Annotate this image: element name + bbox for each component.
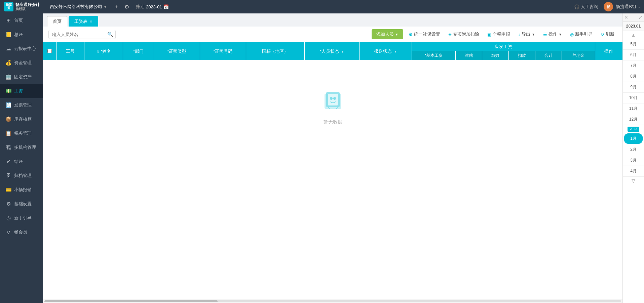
sidebar-item-invoice[interactable]: 🧾 发票管理 (0, 98, 43, 112)
salary-table: 工号 ⇅ *姓名 *部门 *证照类型 *证照号码 国籍（地区） *人员状态 ▼ (43, 42, 622, 152)
sidebar-item-tax[interactable]: 📋 税务管理 (0, 126, 43, 140)
tab-close-salary-table[interactable]: ✕ (89, 19, 92, 24)
multi-icon: 🏗 (5, 145, 11, 150)
sidebar-item-expense[interactable]: 💳 小畅报销 (0, 183, 43, 197)
tax-btn[interactable]: ▣ 个税申报 (485, 30, 513, 39)
month-prev-6月[interactable]: 6月 (623, 50, 644, 60)
user-area[interactable]: 畅 畅捷通B组... (604, 2, 640, 11)
company-dropdown-icon[interactable]: ▼ (104, 5, 107, 9)
social-icon: ⚙ (409, 32, 413, 37)
filter-status-icon[interactable]: ▼ (341, 50, 344, 53)
sidebar-item-settings[interactable]: ⚙ 基础设置 (0, 197, 43, 211)
home-icon: ⊞ (5, 17, 11, 24)
svg-rect-2 (328, 94, 338, 105)
report-icon: ☁ (5, 46, 11, 52)
scroll-track[interactable] (44, 300, 621, 302)
table-wrapper: 工号 ⇅ *姓名 *部门 *证照类型 *证照号码 国籍（地区） *人员状态 ▼ (43, 42, 622, 299)
deduction-btn[interactable]: ◈ 专项附加扣除 (446, 30, 482, 39)
filter-report-icon[interactable]: ▼ (394, 50, 397, 53)
sidebar-label-guide: 新手引导 (14, 215, 32, 221)
sidebar-item-home[interactable]: ⊞ 首页 (0, 13, 43, 28)
calendar-icon[interactable]: 📅 (163, 4, 169, 9)
sidebar-label-home: 首页 (14, 17, 23, 24)
top-header: 畅应通 畅应通好会计 旗舰版 西安虾米网络科技有限公司 ▼ ＋ ⚙ 账期 202… (0, 0, 644, 13)
scroll-bar-area (43, 299, 622, 303)
month-current-1月[interactable]: 1月 (624, 133, 643, 144)
add-company-btn[interactable]: ＋ (112, 3, 120, 11)
svg-point-3 (330, 97, 333, 100)
sidebar-item-report[interactable]: ☁ 云报表中心 (0, 42, 43, 56)
th-pension: 养老金 (562, 51, 595, 60)
panel-down-arrow[interactable]: ▽ (623, 177, 644, 185)
th-checkbox[interactable] (43, 42, 56, 60)
service-button[interactable]: 🎧 人工咨询 (574, 4, 598, 10)
sidebar-item-ledger[interactable]: 📒 总账 (0, 28, 43, 42)
month-prev-5月[interactable]: 5月 (623, 39, 644, 50)
tab-home[interactable]: 首页 (47, 16, 67, 27)
guide-icon: ◎ (570, 32, 574, 37)
settings-btn[interactable]: ⚙ (123, 3, 130, 11)
month-prev-9月[interactable]: 9月 (623, 82, 644, 93)
operation-btn[interactable]: ☰ 操作 ▼ (540, 30, 565, 39)
sidebar-label-expense: 小畅报销 (14, 187, 32, 193)
social-security-btn[interactable]: ⚙ 统一社保设置 (406, 30, 443, 39)
toolbar: 🔍 添加人员 ▼ ⚙ 统一社保设置 ◈ 专项附加扣除 ▣ 个税申报 (43, 27, 622, 42)
sidebar-item-guide[interactable]: ◎ 新手引导 (0, 211, 43, 225)
social-security-label: 统一社保设置 (414, 31, 440, 37)
sidebar-label-salary: 工资 (14, 88, 23, 94)
expand-panel-icon[interactable]: ⤢ (639, 15, 643, 20)
operation-label: 操作 (548, 31, 557, 37)
empty-text: 暂无数据 (324, 119, 342, 125)
search-input[interactable] (48, 30, 116, 39)
export-btn[interactable]: ↓ 导出 ▼ (516, 30, 538, 39)
sidebar-item-close[interactable]: ✔ 结账 (0, 155, 43, 169)
table-header-row1: 工号 ⇅ *姓名 *部门 *证照类型 *证照号码 国籍（地区） *人员状态 ▼ (43, 42, 622, 51)
month-current-3月[interactable]: 3月 (623, 155, 644, 166)
month-prev-10月[interactable]: 10月 (623, 93, 644, 103)
export-dropdown-icon: ▼ (532, 33, 535, 36)
guide-label: 新手引导 (575, 31, 593, 37)
empty-state: 暂无数据 (43, 60, 622, 152)
sidebar-label-invoice: 发票管理 (14, 102, 32, 108)
sidebar-item-member[interactable]: V 畅会员 (0, 225, 43, 239)
salary-icon: 💵 (5, 88, 11, 94)
company-selector[interactable]: 西安虾米网络科技有限公司 ▼ (50, 4, 107, 10)
month-prev-11月[interactable]: 11月 (623, 103, 644, 114)
user-avatar: 畅 (604, 2, 613, 11)
tab-salary-table[interactable]: 工资表✕ (69, 16, 98, 27)
search-icon[interactable]: 🔍 (107, 32, 113, 37)
sidebar-item-salary[interactable]: 💵 工资 (0, 84, 43, 98)
header-actions: ＋ ⚙ (112, 3, 130, 11)
select-all-checkbox[interactable] (47, 49, 52, 53)
user-name: 畅捷通B组... (616, 4, 640, 10)
sort-name-icon[interactable]: ⇅ (97, 50, 100, 53)
month-current-4月[interactable]: 4月 (623, 166, 644, 177)
month-current-2月[interactable]: 2月 (623, 144, 644, 155)
sidebar-item-fund[interactable]: 💰 资金管理 (0, 56, 43, 70)
refresh-btn[interactable]: ↺ 刷新 (598, 30, 617, 39)
month-prev-8月[interactable]: 8月 (623, 71, 644, 82)
sidebar-label-assets: 固定资产 (14, 74, 32, 80)
sidebar-item-archive[interactable]: 🗄 归档管理 (0, 169, 43, 183)
sidebar-item-multi[interactable]: 🏗 多机构管理 (0, 140, 43, 155)
sidebar-item-assets[interactable]: 🏢 固定资产 (0, 70, 43, 84)
th-base-salary: *基本工资 (412, 51, 455, 60)
app-logo: 畅应通 (4, 2, 13, 11)
month-prev-7月[interactable]: 7月 (623, 60, 644, 71)
inventory-icon: 📦 (5, 116, 11, 122)
guide-btn[interactable]: ◎ 新手引导 (567, 30, 595, 39)
th-total: 合计 (535, 51, 562, 60)
month-prev-12月[interactable]: 12月 (623, 114, 644, 125)
th-id: 工号 (56, 42, 84, 60)
sidebar-item-inventory[interactable]: 📦 库存核算 (0, 112, 43, 126)
page-content: 🔍 添加人员 ▼ ⚙ 统一社保设置 ◈ 专项附加扣除 ▣ 个税申报 (43, 27, 622, 303)
empty-icon (319, 87, 346, 114)
close-panel-icon[interactable]: ✕ (624, 15, 628, 20)
add-person-button[interactable]: 添加人员 ▼ (372, 29, 403, 39)
scroll-thumb[interactable] (44, 300, 218, 302)
year-2023-label: 2023 (628, 127, 639, 132)
logo-area: 畅应通 畅应通好会计 旗舰版 (4, 2, 44, 11)
panel-up-arrow[interactable]: ▲ (623, 31, 644, 39)
sidebar-label-settings: 基础设置 (14, 201, 32, 207)
months-prev: 5月6月7月8月9月10月11月12月 (623, 39, 644, 125)
